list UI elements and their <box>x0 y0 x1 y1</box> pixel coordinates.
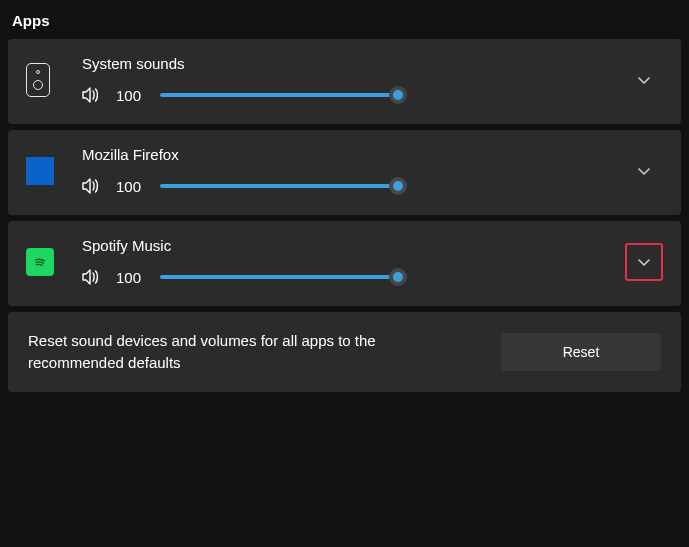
reset-description: Reset sound devices and volumes for all … <box>28 330 448 374</box>
speaker-device-icon <box>26 63 50 97</box>
app-row-firefox: Mozilla Firefox 100 <box>8 130 681 215</box>
reset-panel: Reset sound devices and volumes for all … <box>8 312 681 392</box>
volume-icon[interactable] <box>82 87 102 103</box>
chevron-down-icon <box>637 73 651 87</box>
app-icon-firefox <box>26 146 76 195</box>
app-icon-spotify <box>26 237 76 286</box>
volume-slider[interactable] <box>160 268 400 286</box>
volume-value: 100 <box>116 269 146 286</box>
app-row-spotify: Spotify Music 100 <box>8 221 681 306</box>
expand-button[interactable] <box>625 152 663 190</box>
expand-button[interactable] <box>625 243 663 281</box>
chevron-down-icon <box>637 255 651 269</box>
volume-value: 100 <box>116 178 146 195</box>
section-title-apps: Apps <box>8 8 681 39</box>
reset-button[interactable]: Reset <box>501 333 661 371</box>
expand-button[interactable] <box>625 61 663 99</box>
app-name-label: Spotify Music <box>82 237 625 254</box>
firefox-icon <box>26 157 54 185</box>
volume-slider[interactable] <box>160 86 400 104</box>
volume-slider[interactable] <box>160 177 400 195</box>
app-icon-system-sounds <box>26 55 76 104</box>
volume-value: 100 <box>116 87 146 104</box>
volume-icon[interactable] <box>82 178 102 194</box>
spotify-icon <box>26 248 54 276</box>
volume-icon[interactable] <box>82 269 102 285</box>
app-name-label: System sounds <box>82 55 625 72</box>
app-name-label: Mozilla Firefox <box>82 146 625 163</box>
app-row-system-sounds: System sounds 100 <box>8 39 681 124</box>
chevron-down-icon <box>637 164 651 178</box>
